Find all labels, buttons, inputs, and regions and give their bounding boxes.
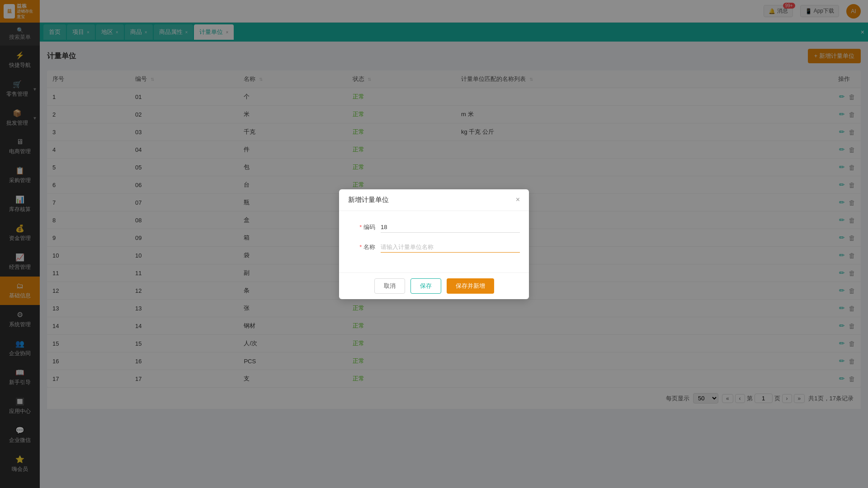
modal-overlay[interactable]: 新增计量单位 × 编码 名称 取消 保存 保存并新增 bbox=[0, 0, 868, 488]
modal-title: 新增计量单位 bbox=[348, 196, 389, 204]
save-button[interactable]: 保存 bbox=[410, 278, 441, 294]
code-label: 编码 bbox=[348, 223, 375, 231]
add-unit-modal: 新增计量单位 × 编码 名称 取消 保存 保存并新增 bbox=[339, 189, 529, 299]
modal-close-button[interactable]: × bbox=[516, 196, 520, 204]
save-and-new-button[interactable]: 保存并新增 bbox=[447, 278, 494, 294]
modal-footer: 取消 保存 保存并新增 bbox=[339, 272, 529, 299]
modal-header: 新增计量单位 × bbox=[339, 189, 529, 211]
form-row-name: 名称 bbox=[348, 242, 520, 253]
cancel-button[interactable]: 取消 bbox=[374, 278, 405, 294]
name-input[interactable] bbox=[381, 242, 520, 253]
modal-body: 编码 名称 bbox=[339, 211, 529, 272]
name-label: 名称 bbox=[348, 243, 375, 251]
form-row-code: 编码 bbox=[348, 222, 520, 233]
code-input[interactable] bbox=[381, 222, 520, 233]
